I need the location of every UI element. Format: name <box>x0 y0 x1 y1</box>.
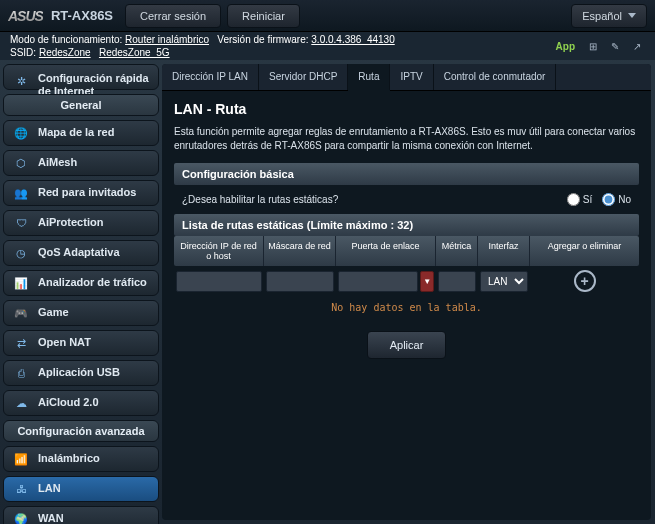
tab-route[interactable]: Ruta <box>348 64 390 91</box>
info-bar: Modo de funcionamiento: Router inalámbri… <box>0 32 655 60</box>
model-name: RT-AX86S <box>51 8 113 23</box>
radio-no[interactable] <box>602 193 615 206</box>
col-mask: Máscara de red <box>264 236 336 266</box>
wifi-icon: 📶 <box>12 450 30 468</box>
enable-question: ¿Desea habilitar la rutas estáticas? <box>182 194 557 205</box>
logout-button[interactable]: Cerrar sesión <box>125 4 221 28</box>
sidebar-item-label: AiCloud 2.0 <box>38 396 99 409</box>
ssid2-value[interactable]: RedesZone_5G <box>99 47 170 58</box>
radio-yes-label[interactable]: Sí <box>567 193 592 206</box>
sidebar-item-aimesh[interactable]: ⬡AiMesh <box>3 150 159 176</box>
route-input-row: ▼ LAN + <box>174 266 639 296</box>
interface-select[interactable]: LAN <box>480 271 528 292</box>
page-title: LAN - Ruta <box>174 101 639 117</box>
sidebar-item-label: WAN <box>38 512 64 524</box>
basic-config-header: Configuración básica <box>174 163 639 185</box>
guest-icon: 👥 <box>12 184 30 202</box>
apply-button[interactable]: Aplicar <box>367 331 447 359</box>
sidebar-item-label: Analizador de tráfico <box>38 276 147 289</box>
col-interface: Interfaz <box>478 236 530 266</box>
sidebar-item-usb-app[interactable]: ⎙Aplicación USB <box>3 360 159 386</box>
fw-label: Versión de firmware: <box>217 34 308 45</box>
ssid1-value[interactable]: RedesZone <box>39 47 91 58</box>
yes-text: Sí <box>583 194 592 205</box>
main-panel: Dirección IP LAN Servidor DHCP Ruta IPTV… <box>162 64 651 520</box>
lan-icon: 🖧 <box>12 480 30 498</box>
top-bar: ASUS RT-AX86S Cerrar sesión Reiniciar Es… <box>0 0 655 32</box>
feedback-icon[interactable]: ✎ <box>607 38 623 54</box>
sidebar-item-open-nat[interactable]: ⇄Open NAT <box>3 330 159 356</box>
col-ip: Dirección IP de red o host <box>174 236 264 266</box>
gamepad-icon: 🎮 <box>12 304 30 322</box>
usb-icon: ⎙ <box>12 364 30 382</box>
sidebar-item-traffic-analyzer[interactable]: 📊Analizador de tráfico <box>3 270 159 296</box>
sidebar-item-guest-network[interactable]: 👥Red para invitados <box>3 180 159 206</box>
sidebar-item-label: AiMesh <box>38 156 77 169</box>
shield-icon: 🛡 <box>12 214 30 232</box>
sidebar-item-lan[interactable]: 🖧LAN <box>3 476 159 502</box>
sidebar-item-label: Inalámbrico <box>38 452 100 465</box>
sidebar-section-advanced: Configuración avanzada <box>3 420 159 442</box>
routes-list-header: Lista de rutas estáticas (Límite máximo … <box>174 214 639 236</box>
sidebar-item-wan[interactable]: 🌍WAN <box>3 506 159 524</box>
sidebar-item-label: QoS Adaptativa <box>38 246 120 259</box>
brand-logo: ASUS <box>8 8 43 24</box>
sidebar-item-network-map[interactable]: 🌐Mapa de la red <box>3 120 159 146</box>
gateway-picker-button[interactable]: ▼ <box>420 271 434 292</box>
page-description: Esta función permite agregar reglas de e… <box>174 125 639 153</box>
wan-icon: 🌍 <box>12 510 30 524</box>
quick-setup-button[interactable]: ✲ Configuración rápida de Internet <box>3 64 159 90</box>
ip-input[interactable] <box>176 271 262 292</box>
no-text: No <box>618 194 631 205</box>
radio-no-label[interactable]: No <box>602 193 631 206</box>
gear-globe-icon: ✲ <box>12 72 30 90</box>
sidebar-item-aicloud[interactable]: ☁AiCloud 2.0 <box>3 390 159 416</box>
sidebar-item-wireless[interactable]: 📶Inalámbrico <box>3 446 159 472</box>
sidebar-item-label: Mapa de la red <box>38 126 114 139</box>
sidebar-section-general: General <box>3 94 159 116</box>
tab-switch-control[interactable]: Control de conmutador <box>434 64 557 90</box>
tab-iptv[interactable]: IPTV <box>390 64 433 90</box>
app-label[interactable]: App <box>556 41 575 52</box>
gateway-input[interactable] <box>338 271 418 292</box>
mask-input[interactable] <box>266 271 334 292</box>
share-icon[interactable]: ↗ <box>629 38 645 54</box>
chart-icon: 📊 <box>12 274 30 292</box>
sidebar-item-game[interactable]: 🎮Game <box>3 300 159 326</box>
mesh-icon: ⬡ <box>12 154 30 172</box>
language-label: Español <box>582 10 622 22</box>
tab-dhcp[interactable]: Servidor DHCP <box>259 64 348 90</box>
sidebar: ✲ Configuración rápida de Internet Gener… <box>0 60 162 524</box>
sidebar-item-aiprotection[interactable]: 🛡AiProtection <box>3 210 159 236</box>
col-gateway: Puerta de enlace <box>336 236 436 266</box>
tab-lan-ip[interactable]: Dirección IP LAN <box>162 64 259 90</box>
chevron-down-icon <box>628 13 636 18</box>
language-selector[interactable]: Español <box>571 4 647 28</box>
nat-icon: ⇄ <box>12 334 30 352</box>
mode-label: Modo de funcionamiento: <box>10 34 122 45</box>
sidebar-item-label: Aplicación USB <box>38 366 120 379</box>
tab-bar: Dirección IP LAN Servidor DHCP Ruta IPTV… <box>162 64 651 91</box>
metric-input[interactable] <box>438 271 476 292</box>
content-area: LAN - Ruta Esta función permite agregar … <box>162 91 651 520</box>
no-data-message: No hay datos en la tabla. <box>174 296 639 319</box>
sidebar-item-label: Game <box>38 306 69 319</box>
radio-yes[interactable] <box>567 193 580 206</box>
speedometer-icon: ◷ <box>12 244 30 262</box>
sidebar-item-label: Red para invitados <box>38 186 136 199</box>
sidebar-item-label: AiProtection <box>38 216 103 229</box>
sidebar-item-label: LAN <box>38 482 61 495</box>
table-header-row: Dirección IP de red o host Máscara de re… <box>174 236 639 266</box>
fw-value[interactable]: 3.0.0.4.386_44130 <box>311 34 394 45</box>
grid-icon[interactable]: ⊞ <box>585 38 601 54</box>
reboot-button[interactable]: Reiniciar <box>227 4 300 28</box>
add-route-button[interactable]: + <box>574 270 596 292</box>
sidebar-item-qos[interactable]: ◷QoS Adaptativa <box>3 240 159 266</box>
sidebar-item-label: Open NAT <box>38 336 91 349</box>
col-action: Agregar o eliminar <box>530 236 639 266</box>
globe-icon: 🌐 <box>12 124 30 142</box>
col-metric: Métrica <box>436 236 478 266</box>
cloud-icon: ☁ <box>12 394 30 412</box>
enable-static-routes-row: ¿Desea habilitar la rutas estáticas? Sí … <box>174 185 639 214</box>
mode-value[interactable]: Router inalámbrico <box>125 34 209 45</box>
